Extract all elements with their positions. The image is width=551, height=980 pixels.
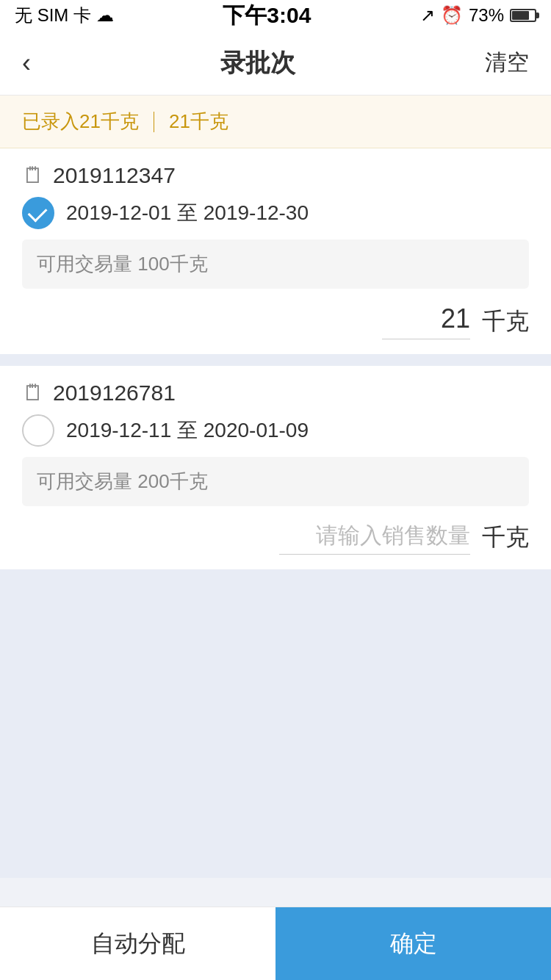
page-title: 录批次: [220, 46, 295, 80]
recorded-label: 已录入21千克: [22, 109, 139, 134]
info-banner: 已录入21千克 21千克: [0, 96, 551, 148]
placeholder-row-2: 请输入销售数量 千克: [0, 506, 551, 569]
batch-item-1: 🗒 2019112347 2019-12-01 至 2019-12-30 可用交…: [0, 148, 551, 289]
recorded-value: 21千克: [169, 109, 228, 134]
batch-date-2: 2019-12-11 至 2020-01-09: [66, 417, 309, 444]
batch-icon-1: 🗒: [22, 163, 44, 188]
batch-item-2: 🗒 2019126781 2019-12-11 至 2020-01-09 可用交…: [0, 366, 551, 506]
clear-button[interactable]: 清空: [485, 48, 529, 78]
batch-card-1: 🗒 2019112347 2019-12-01 至 2019-12-30 可用交…: [0, 148, 551, 354]
location-icon: ↗: [420, 5, 435, 26]
quantity-row-1: 21 千克: [0, 289, 551, 354]
quantity-input-wrap-1: 21: [382, 303, 470, 339]
batch-date-1: 2019-12-01 至 2019-12-30: [66, 199, 309, 227]
quantity-unit-2: 千克: [482, 522, 529, 554]
quantity-value-1[interactable]: 21: [411, 303, 470, 334]
banner-divider: [154, 112, 154, 132]
placeholder-input-2[interactable]: 请输入销售数量: [316, 521, 470, 551]
batch-date-row-2: 2019-12-11 至 2020-01-09: [22, 414, 529, 447]
status-right: ↗ ⏰ 73%: [420, 5, 536, 26]
batch-radio-1[interactable]: [22, 197, 54, 229]
status-left: 无 SIM 卡 ☁: [15, 4, 114, 27]
back-button[interactable]: ‹: [22, 48, 31, 79]
bottom-bar: 自动分配 确定: [0, 907, 551, 980]
main-content: 🗒 2019112347 2019-12-01 至 2019-12-30 可用交…: [0, 148, 551, 951]
placeholder-wrap-2: 请输入销售数量: [279, 521, 470, 555]
batch-header-1: 🗒 2019112347: [22, 163, 529, 188]
empty-area: [0, 569, 551, 878]
section-divider: [0, 354, 551, 366]
batch-radio-2[interactable]: [22, 414, 54, 447]
batch-date-row-1: 2019-12-01 至 2019-12-30: [22, 197, 529, 229]
batch-number-1: 2019112347: [53, 163, 176, 188]
status-time: 下午3:04: [223, 1, 311, 31]
batch-info-box-2: 可用交易量 200千克: [22, 457, 529, 506]
status-bar: 无 SIM 卡 ☁ 下午3:04 ↗ ⏰ 73%: [0, 0, 551, 31]
placeholder-underline-2: [279, 554, 470, 555]
sim-status: 无 SIM 卡 ☁: [15, 4, 114, 27]
batch-number-2: 2019126781: [53, 381, 176, 406]
battery-icon: [510, 9, 536, 22]
batch-card-2: 🗒 2019126781 2019-12-11 至 2020-01-09 可用交…: [0, 366, 551, 569]
confirm-button[interactable]: 确定: [276, 907, 551, 980]
auto-assign-button[interactable]: 自动分配: [0, 907, 276, 980]
batch-header-2: 🗒 2019126781: [22, 381, 529, 406]
batch-icon-2: 🗒: [22, 381, 44, 406]
battery-percent: 73%: [469, 5, 504, 26]
quantity-underline-1: [382, 339, 470, 339]
quantity-unit-1: 千克: [482, 306, 529, 338]
alarm-icon: ⏰: [441, 5, 463, 26]
nav-bar: ‹ 录批次 清空: [0, 31, 551, 96]
batch-info-box-1: 可用交易量 100千克: [22, 239, 529, 289]
